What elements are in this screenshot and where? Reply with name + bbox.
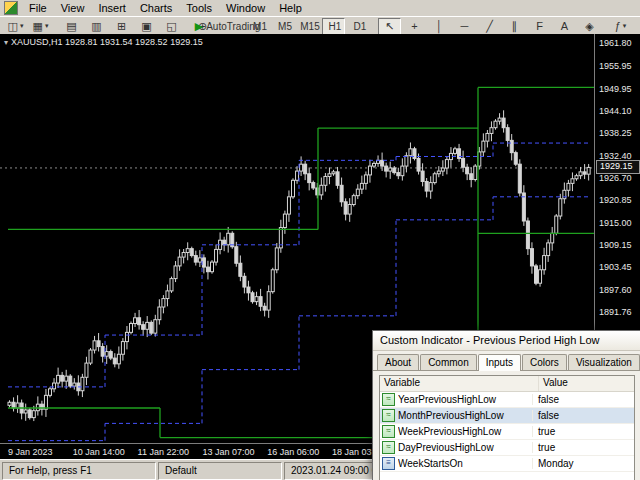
dialog-title[interactable]: Custom Indicator - Previous Period High … (373, 331, 640, 351)
arrow-objects-icon: ◈ (585, 21, 593, 32)
toolbar-cursor-button[interactable]: ↖ (378, 18, 401, 35)
toolbar-vertical-line-button[interactable]: │ (428, 18, 451, 35)
input-value[interactable]: false (532, 410, 634, 421)
cursor-icon: ↖ (385, 21, 394, 32)
price-axis-label: 1920.85 (599, 195, 632, 205)
chevron-down-icon: ▾ (20, 22, 24, 30)
fibonacci-icon: F (536, 21, 543, 32)
market-watch-icon: ▤ (66, 21, 76, 32)
toolbar-zoom-in-button[interactable]: ⊕ (634, 18, 640, 35)
menu-tools[interactable]: Tools (179, 1, 219, 15)
toolbar-horizontal-line-button[interactable]: ─ (453, 18, 476, 35)
chevron-down-icon: ▾ (45, 22, 49, 30)
toolbar-new-chart-button[interactable]: ◫▾ (4, 18, 27, 35)
input-variable-name: WeekPreviousHighLow (398, 426, 532, 437)
table-header: Variable Value (380, 376, 634, 392)
input-variable-name: YearPreviousHighLow (398, 394, 532, 405)
input-variable-name: WeekStartsOn (398, 458, 532, 469)
input-type-icon: ≈ (382, 441, 395, 454)
tab-inputs[interactable]: Inputs (478, 354, 521, 371)
horizontal-line-icon: ─ (461, 21, 469, 32)
price-axis-label: 1938.25 (599, 128, 632, 138)
menu-file[interactable]: File (22, 1, 54, 15)
column-variable: Variable (380, 376, 539, 391)
input-row-WeekStartsOn[interactable]: ≡WeekStartsOnMonday (380, 456, 634, 472)
tab-colors[interactable]: Colors (522, 354, 567, 370)
input-value[interactable]: Monday (532, 458, 634, 469)
strategy-tester-icon: ◱ (166, 21, 176, 32)
toolbar-navigator-button[interactable]: ⊞ (110, 18, 133, 35)
status-help: For Help, press F1 (2, 462, 156, 480)
input-type-icon: ≈ (382, 425, 395, 438)
input-row-WeekPreviousHighLow[interactable]: ≈WeekPreviousHighLowtrue (380, 424, 634, 440)
price-axis-label: 1903.45 (599, 262, 632, 272)
input-variable-name: DayPreviousHighLow (398, 442, 532, 453)
symbol-ohlc-label: ▾XAUUSD,H1 1928.81 1931.54 1928.52 1929.… (4, 37, 203, 47)
toolbar-trendline-button[interactable]: ╱ (478, 18, 501, 35)
one-click-trading-icon[interactable]: ▾ (4, 38, 8, 47)
toolbar-terminal-button[interactable]: ▣ (135, 18, 158, 35)
indicator-dialog: Custom Indicator - Previous Period High … (372, 330, 640, 480)
tab-about[interactable]: About (377, 354, 419, 370)
price-axis-label: 1944.10 (599, 106, 632, 116)
crosshair-icon: + (411, 21, 417, 32)
tab-common[interactable]: Common (420, 354, 477, 370)
profiles-icon: ▦ (33, 21, 43, 32)
menu-insert[interactable]: Insert (91, 1, 133, 15)
toolbar-strategy-tester-button[interactable]: ◱ (160, 18, 183, 35)
indicators-icon: ƒ (615, 21, 621, 32)
column-value: Value (539, 376, 634, 391)
toolbar-tf-m1-button[interactable]: M1 (247, 18, 270, 35)
input-value[interactable]: true (532, 426, 634, 437)
autotrading-icon: ▶ (195, 21, 203, 32)
time-axis-label: 9 Jan 2023 (8, 447, 53, 457)
app-icon (4, 1, 18, 15)
toolbar-profiles-button[interactable]: ▦▾ (29, 18, 52, 35)
price-axis-label: 1932.40 (599, 151, 632, 161)
equidistant-channel-icon: ∥ (512, 21, 518, 32)
status-profile[interactable]: Default (158, 462, 282, 480)
toolbar-text-button[interactable]: A (553, 18, 576, 35)
toolbar-equidistant-channel-button[interactable]: ∥ (503, 18, 526, 35)
toolbar-arrow-objects-button[interactable]: ◈ (578, 18, 601, 35)
metatrader-window: FileViewInsertChartsToolsWindowHelp ◫▾▦▾… (0, 0, 640, 480)
price-axis-label: 1926.70 (599, 173, 632, 183)
vertical-line-icon: │ (436, 21, 443, 32)
menu-view[interactable]: View (54, 1, 92, 15)
input-row-YearPreviousHighLow[interactable]: ≈YearPreviousHighLowfalse (380, 392, 634, 408)
data-window-icon: ▥ (91, 21, 101, 32)
input-row-DayPreviousHighLow[interactable]: ≈DayPreviousHighLowtrue (380, 440, 634, 456)
menu-help[interactable]: Help (272, 1, 309, 15)
tf-m15-label: M15 (300, 21, 319, 32)
price-axis-label: 1961.80 (599, 38, 632, 48)
toolbar-autotrading-button[interactable]: ▶AutoTrading (216, 18, 239, 35)
input-value[interactable]: false (532, 394, 634, 405)
input-type-icon: ≈ (382, 393, 395, 406)
input-type-icon: ≈ (382, 409, 395, 422)
toolbar-fibonacci-button[interactable]: F (528, 18, 551, 35)
toolbar-tf-h1-button[interactable]: H1 (322, 18, 345, 35)
price-axis-label: 1915.00 (599, 218, 632, 228)
menu-charts[interactable]: Charts (133, 1, 179, 15)
tf-h1-label: H1 (329, 21, 342, 32)
toolbar-tf-d1-button[interactable]: D1 (347, 18, 370, 35)
tf-m1-label: M1 (253, 21, 267, 32)
toolbar-market-watch-button[interactable]: ▤ (60, 18, 83, 35)
tab-visualization[interactable]: Visualization (568, 354, 640, 370)
time-axis-label: 10 Jan 14:00 (73, 447, 125, 457)
toolbar-tf-m15-button[interactable]: M15 (297, 18, 320, 35)
toolbar-crosshair-button[interactable]: + (403, 18, 426, 35)
toolbar-data-window-button[interactable]: ▥ (85, 18, 108, 35)
terminal-icon: ▣ (141, 21, 151, 32)
input-row-MonthPreviousHighLow[interactable]: ≈MonthPreviousHighLowfalse (380, 408, 634, 424)
price-axis-label: 1891.76 (599, 307, 632, 317)
dialog-tabs: AboutCommonInputsColorsVisualization (373, 351, 640, 371)
toolbar-tf-m5-button[interactable]: M5 (272, 18, 295, 35)
text-icon: A (561, 21, 568, 32)
price-axis-label: 1897.60 (599, 285, 632, 295)
trendline-icon: ╱ (486, 21, 493, 32)
navigator-icon: ⊞ (117, 21, 126, 32)
toolbar-indicators-button[interactable]: ƒ▾ (609, 18, 632, 35)
menu-window[interactable]: Window (219, 1, 272, 15)
input-value[interactable]: true (532, 442, 634, 453)
